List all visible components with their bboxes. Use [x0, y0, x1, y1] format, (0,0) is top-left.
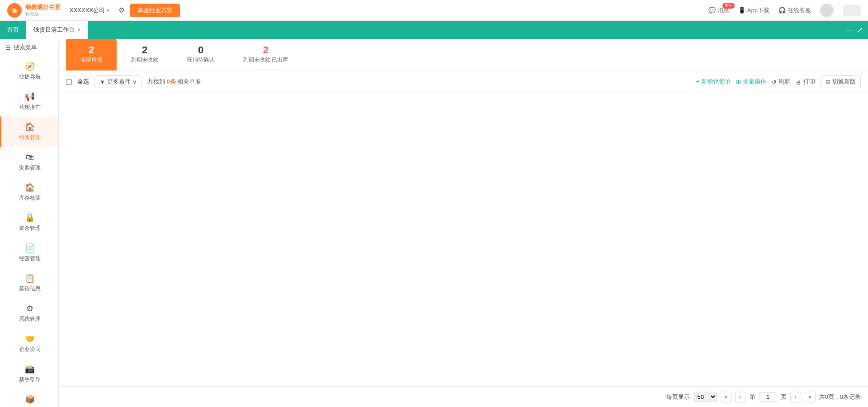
- select-all-checkbox[interactable]: [66, 79, 72, 85]
- print-btn[interactable]: 🖨 打印: [796, 78, 815, 86]
- batch-operation-btn[interactable]: ⊞ 批量操作: [736, 78, 766, 86]
- filter-label: 更多条件: [107, 78, 131, 86]
- prev-page-btn[interactable]: ‹: [735, 392, 746, 402]
- stat-tab-overdue[interactable]: 2 到期未收款: [117, 39, 173, 70]
- sidebar-item-label: 销售管理: [19, 134, 41, 141]
- per-page-select[interactable]: 50 100 200: [693, 392, 717, 402]
- toolbar-right: + 新增销货单 ⊞ 批量操作 ↺ 刷新 🖨 打印 ⊞ 切换新版: [696, 75, 861, 88]
- page-suffix: 页: [781, 393, 787, 401]
- avatar[interactable]: [820, 4, 834, 17]
- stat-tab-overdue-out[interactable]: 2 到期未收款 已出库: [229, 39, 302, 70]
- sidebar-item-quick-nav[interactable]: 🧭 快捷导航: [0, 56, 58, 86]
- tab-maximize-icon[interactable]: ⤢: [857, 26, 863, 34]
- print-label: 打印: [803, 78, 815, 86]
- finance-icon: 🔒: [25, 213, 35, 223]
- toolbar: 全选 ▼ 更多条件 ∨ 共找到 0条 相关单据 + 新增销货单 ⊞ 批量操作: [59, 71, 868, 93]
- operations-icon: 📄: [25, 243, 35, 253]
- sidebar-search[interactable]: ☰ 搜索菜单: [0, 39, 58, 56]
- user-info[interactable]: [843, 5, 861, 16]
- sidebar-item-label: 资金管理: [19, 225, 41, 232]
- header-right: 💬 消息 99+ 📱 App下载 🎧 在线客服: [708, 4, 861, 17]
- next-page-btn[interactable]: ›: [790, 392, 801, 402]
- online-service-label: 在线客服: [788, 6, 811, 14]
- first-page-btn[interactable]: «: [721, 392, 731, 402]
- sidebar-item-purchase[interactable]: 🛍 采购管理: [0, 147, 58, 177]
- pagination-bar: 每页显示 50 100 200 « ‹ 第 页 › » 共0页，0条记录: [59, 386, 868, 407]
- stat-tab-all[interactable]: 2 全部单据: [66, 39, 117, 70]
- sidebar-item-guide[interactable]: 📸 新手引导: [0, 359, 58, 389]
- sidebar-item-app-center[interactable]: 📦 应用中心: [0, 389, 58, 407]
- tab-bar: 首页 钱货日清工作台 × — ⤢: [0, 21, 868, 39]
- company-selector[interactable]: XXXXXX公司 ▾: [66, 5, 113, 16]
- batch-label: 批量操作: [743, 78, 766, 86]
- sales-icon: 🏠: [25, 122, 35, 132]
- result-prefix: 共找到: [147, 78, 165, 85]
- app-download-label: App下载: [747, 6, 769, 14]
- header-left: 畅 畅捷通好生意 标准版 XXXXXX公司 ▾ ⚙ 体验行业方案: [7, 3, 180, 18]
- stat-label-overdue-out: 到期未收款 已出库: [243, 56, 288, 64]
- last-page-btn[interactable]: »: [805, 392, 816, 402]
- logo-main: 畅捷通好生意: [25, 4, 61, 11]
- refresh-icon: ↺: [772, 79, 777, 85]
- sidebar-item-label: 采购管理: [19, 164, 41, 172]
- tab-close-icon[interactable]: ×: [77, 27, 80, 33]
- system-icon: ⚙: [25, 304, 35, 313]
- settings-icon[interactable]: ⚙: [118, 6, 125, 14]
- tab-bar-actions: — ⤢: [846, 26, 868, 34]
- toolbar-left: 全选 ▼ 更多条件 ∨ 共找到 0条 相关单据: [66, 75, 691, 88]
- app-download-action[interactable]: 📱 App下载: [738, 6, 769, 14]
- empty-state: [59, 93, 868, 274]
- sidebar-item-inventory[interactable]: 🏠 库存核算: [0, 177, 58, 207]
- sidebar-item-label: 库存核算: [19, 194, 41, 202]
- filter-icon: ▼: [99, 79, 105, 85]
- message-badge: 99+: [722, 3, 735, 9]
- sidebar-item-marketing[interactable]: 📢 营销推广: [0, 86, 58, 117]
- sidebar-item-label: 营销推广: [19, 103, 41, 111]
- per-page-label: 每页显示: [666, 393, 690, 401]
- sidebar-item-basic-info[interactable]: 📋 基础信息: [0, 268, 58, 298]
- tab-workbench[interactable]: 钱货日清工作台 ×: [26, 21, 88, 39]
- company-name: XXXXXX公司: [70, 6, 105, 14]
- sidebar-item-operations[interactable]: 📄 经营管理: [0, 238, 58, 268]
- switch-version-btn[interactable]: ⊞ 切换新版: [821, 75, 861, 88]
- search-icon: ☰: [5, 44, 11, 51]
- sidebar-item-sales[interactable]: 🏠 销售管理: [0, 117, 58, 147]
- message-action[interactable]: 💬 消息 99+: [708, 6, 729, 14]
- main-layout: ☰ 搜索菜单 🧭 快捷导航 📢 营销推广 🏠 销售管理 🛍 采购管理 🏠 库存核…: [0, 39, 868, 407]
- refresh-btn[interactable]: ↺ 刷新: [772, 78, 790, 86]
- page-label: 第: [750, 393, 755, 401]
- stat-tab-pending[interactable]: 0 旺铺待确认: [173, 39, 229, 70]
- sidebar: ☰ 搜索菜单 🧭 快捷导航 📢 营销推广 🏠 销售管理 🛍 采购管理 🏠 库存核…: [0, 39, 59, 407]
- marketing-icon: 📢: [25, 92, 35, 102]
- result-suffix: 相关单据: [177, 78, 201, 85]
- app-center-icon: 📦: [25, 394, 35, 404]
- sidebar-item-system[interactable]: ⚙ 系统管理: [0, 298, 58, 328]
- stat-label-pending: 旺铺待确认: [187, 56, 214, 64]
- svg-text:畅: 畅: [12, 8, 17, 13]
- filter-btn[interactable]: ▼ 更多条件 ∨: [94, 75, 142, 88]
- batch-icon: ⊞: [736, 79, 741, 85]
- guide-icon: 📸: [25, 364, 35, 374]
- service-icon: 🎧: [778, 7, 786, 14]
- tab-minimize-icon[interactable]: —: [846, 26, 853, 34]
- sidebar-item-label: 系统管理: [19, 315, 41, 323]
- sidebar-item-label: 快捷导航: [19, 73, 41, 81]
- new-sales-order-btn[interactable]: + 新增销货单: [696, 78, 731, 86]
- tab-home[interactable]: 首页: [0, 21, 26, 39]
- stat-count-overdue: 2: [142, 44, 147, 56]
- sidebar-item-finance[interactable]: 🔒 资金管理: [0, 207, 58, 238]
- result-text: 共找到 0条 相关单据: [147, 78, 201, 86]
- online-service-action[interactable]: 🎧 在线客服: [778, 6, 811, 14]
- sidebar-item-label: 新手引导: [19, 376, 41, 384]
- total-text: 共0页，0条记录: [819, 393, 861, 401]
- trial-btn[interactable]: 体验行业方案: [130, 4, 180, 17]
- page-input[interactable]: [759, 392, 777, 402]
- logo-text: 畅捷通好生意 标准版: [25, 4, 61, 17]
- stat-count-pending: 0: [198, 44, 203, 56]
- logo-icon: 畅: [7, 3, 22, 18]
- print-icon: 🖨: [796, 79, 802, 85]
- result-count: 0条: [167, 78, 176, 85]
- message-icon: 💬: [708, 7, 716, 14]
- sidebar-item-cooperation[interactable]: 🤝 企业协同: [0, 328, 58, 359]
- table-area: [59, 93, 868, 386]
